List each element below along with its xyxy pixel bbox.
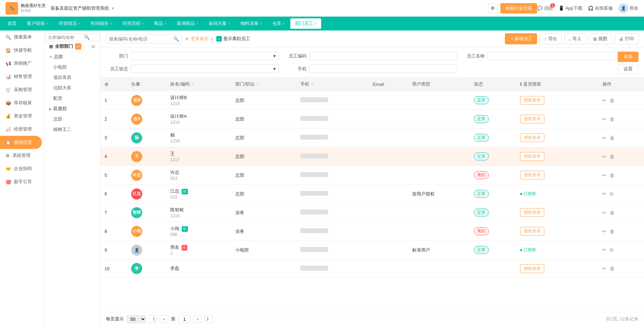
phone-filter-input[interactable] <box>309 64 457 73</box>
col-dept[interactable]: 部门/职位 ⇅ <box>231 78 296 91</box>
sidebar-item-inventory[interactable]: 📦 库存核算 <box>0 96 45 109</box>
tab-home[interactable]: 首页 <box>3 18 21 29</box>
sidebar-item-sales[interactable]: 📊 销售管理 <box>0 70 45 83</box>
close-icon[interactable]: × <box>228 22 230 26</box>
auth-login-button[interactable]: 授权登录 <box>520 152 544 161</box>
close-icon[interactable]: × <box>110 22 112 26</box>
dept-group-zongbu[interactable]: ▼ 总部 <box>45 52 100 62</box>
more-filter-button[interactable]: ▼ 更多条件 ∧ <box>185 36 214 42</box>
delete-button[interactable]: 🗑 <box>610 229 615 234</box>
close-icon[interactable]: × <box>78 22 80 26</box>
tab-goods[interactable]: 商品 × <box>149 18 171 29</box>
delete-button[interactable]: 🗑 <box>610 266 615 271</box>
search-input[interactable] <box>109 36 172 42</box>
close-icon[interactable]: × <box>46 22 48 26</box>
edit-button[interactable]: ✏ <box>602 154 607 159</box>
dept-item-xiaodianbu[interactable]: 小电部 <box>45 62 100 72</box>
query-button[interactable]: 查询 <box>618 52 638 62</box>
view-button[interactable]: ⊞ 视图 <box>589 33 612 44</box>
print-button[interactable]: 🖨 打印 <box>615 33 638 44</box>
next-page-button[interactable]: › <box>193 315 202 323</box>
auth-login-button[interactable]: 授权登录 <box>520 208 544 217</box>
delete-button[interactable]: 🗑 <box>610 154 615 159</box>
dept-filter-select[interactable]: ▾ <box>131 52 279 60</box>
app-download-button[interactable]: 📱 App下载 <box>559 5 582 11</box>
sidebar-item-enterprise[interactable]: 🤝 企业协同 <box>0 162 45 175</box>
close-icon[interactable]: × <box>283 22 285 26</box>
sidebar-item-marketing[interactable]: 📢 营销推广 <box>0 57 45 70</box>
col-phone[interactable]: 手机 ⇅ <box>296 78 369 91</box>
edit-button[interactable]: ✏ <box>602 210 607 215</box>
close-icon[interactable]: × <box>315 22 317 26</box>
close-icon[interactable]: × <box>260 22 262 26</box>
sidebar-item-system[interactable]: ⚙ 系统管理 <box>0 149 45 162</box>
dept-item-shenyang[interactable]: 沈阳大库 <box>45 83 100 93</box>
dept-item-zongbu2[interactable]: 总部 <box>45 114 100 124</box>
tab-new-goods[interactable]: 新增商品 × <box>172 18 203 29</box>
collapse-button[interactable]: ≪ <box>91 44 96 49</box>
edit-button[interactable]: ✏ <box>602 191 607 196</box>
tab-barcode[interactable]: 条码方案 × <box>204 18 235 29</box>
col-settings[interactable]: ⚙ <box>100 78 127 91</box>
edit-button[interactable]: ✏ <box>602 173 607 178</box>
set-button[interactable]: 设置 <box>618 64 638 74</box>
sidebar-item-finance[interactable]: 💰 资金管理 <box>0 109 45 123</box>
delete-button[interactable]: 🗑 <box>610 173 615 178</box>
tab-bom[interactable]: 物料清单 × <box>236 18 267 29</box>
dept-item-zhishu[interactable]: 植树王二 <box>45 124 100 135</box>
dept-item-peihuo[interactable]: 配货 <box>45 93 100 104</box>
empcode-filter-input[interactable] <box>309 52 457 60</box>
copy-button[interactable]: ⧉ <box>610 247 613 253</box>
page-number-input[interactable] <box>178 316 191 323</box>
trial-button[interactable]: 体验行业方案 <box>500 3 537 14</box>
copy-button[interactable]: ⧉ <box>610 191 613 196</box>
prev-page-button[interactable]: ‹ <box>160 315 168 323</box>
delete-button[interactable]: 🗑 <box>610 116 615 122</box>
last-page-button[interactable]: 》 <box>205 315 213 323</box>
dropdown-arrow-icon[interactable]: ▾ <box>112 6 114 11</box>
tab-history[interactable]: 经营历程 × <box>118 18 149 29</box>
delete-button[interactable]: 🗑 <box>610 98 615 103</box>
dept-search-input[interactable] <box>48 35 83 40</box>
add-employee-button[interactable]: + 新增员工 <box>505 33 537 44</box>
dept-all-label[interactable]: ⊞ 全部部门 ✓ <box>49 43 81 50</box>
col-name[interactable]: 姓名/编码 ⇅ <box>166 78 231 91</box>
dept-item-xiangmukufang[interactable]: 项目库房 <box>45 72 100 83</box>
sidebar-search[interactable]: 🔍 搜索菜单 <box>0 30 45 44</box>
auth-login-button[interactable]: 授权登录 <box>520 96 544 105</box>
auth-login-button[interactable]: 授权登录 <box>520 227 544 236</box>
import-button[interactable]: ↓ 导入 <box>564 33 586 44</box>
edit-button[interactable]: ✏ <box>602 266 607 271</box>
tab-customer[interactable]: 客户联络 × <box>22 18 53 29</box>
user-menu[interactable]: 👤 用友 <box>618 3 638 13</box>
empstatus-filter-select[interactable]: ▾ <box>131 64 279 73</box>
tab-employees[interactable]: 部门员工 × <box>290 18 321 29</box>
close-icon[interactable]: × <box>164 22 166 26</box>
sidebar-item-basics[interactable]: 📋 基础信息 <box>0 136 42 149</box>
close-icon[interactable]: × <box>196 22 198 26</box>
page-size-select[interactable]: 50 20 100 <box>127 315 146 323</box>
auth-login-button[interactable]: 授权登录 <box>520 133 544 142</box>
sidebar-item-purchase[interactable]: 🛒 采购管理 <box>0 83 45 96</box>
first-page-button[interactable]: 《 <box>149 315 157 323</box>
online-service-button[interactable]: 🎧 在线客服 <box>588 5 613 11</box>
auth-login-button[interactable]: 授权登录 <box>520 115 544 123</box>
close-icon[interactable]: × <box>142 22 144 26</box>
export-button[interactable]: ↑ 导出 <box>540 33 562 44</box>
tab-profit[interactable]: 利润报告 × <box>86 18 117 29</box>
edit-button[interactable]: ✏ <box>602 247 607 253</box>
edit-button[interactable]: ✏ <box>602 229 607 234</box>
sidebar-item-guide[interactable]: 🎯 新手引导 <box>0 175 45 188</box>
edit-button[interactable]: ✏ <box>602 116 607 122</box>
message-button[interactable]: 💬 消息 5 <box>537 5 553 11</box>
edit-button[interactable]: ✏ <box>602 135 607 141</box>
edit-button[interactable]: ✏ <box>602 98 607 103</box>
empname-filter-input[interactable] <box>488 52 636 60</box>
auth-login-button[interactable]: 授权登录 <box>520 264 544 273</box>
show-resigned-checkbox[interactable]: ✓ 显示离职员工 <box>216 36 250 42</box>
delete-button[interactable]: 🗑 <box>610 210 615 215</box>
auth-login-button[interactable]: 授权登录 <box>520 171 544 179</box>
sidebar-item-quicknav[interactable]: 🏠 快捷导航 <box>0 44 45 57</box>
tab-warehouse[interactable]: 仓库 × <box>267 18 290 29</box>
delete-button[interactable]: 🗑 <box>610 135 615 141</box>
